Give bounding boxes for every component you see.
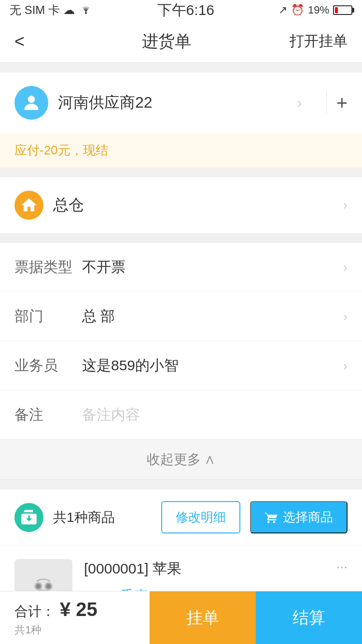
checkout-button[interactable]: 结算 xyxy=(256,591,362,644)
salesperson-chevron-icon: › xyxy=(343,358,348,374)
hang-button[interactable]: 挂单 xyxy=(150,591,256,644)
products-header: 共1种商品 修改明细 选择商品 xyxy=(0,490,362,545)
salesperson-label: 业务员 xyxy=(14,356,82,376)
product-name: [0000001] 苹果 xyxy=(84,559,325,579)
remark-label: 备注 xyxy=(14,405,82,425)
cart-icon xyxy=(265,511,278,524)
supplier-row[interactable]: 河南供应商22 › + xyxy=(0,72,362,133)
warehouse-section: 总仓 › xyxy=(0,177,362,233)
status-bar: 无 SIM 卡 ☁ 下午6:16 ↗ ⏰ 19% xyxy=(0,0,362,20)
back-button[interactable]: < xyxy=(14,31,43,52)
warehouse-chevron-icon: › xyxy=(343,197,348,213)
gap-1 xyxy=(0,63,362,72)
supplier-avatar xyxy=(14,86,48,120)
nav-bar: < 进货单 打开挂单 xyxy=(0,20,362,63)
page-title: 进货单 xyxy=(142,30,191,53)
sim-text: 无 SIM 卡 ☁ xyxy=(10,2,75,18)
select-product-label: 选择商品 xyxy=(283,509,333,526)
salesperson-row[interactable]: 业务员 这是859的小智 › xyxy=(0,341,362,391)
warehouse-icon xyxy=(14,191,43,220)
gap-4 xyxy=(0,480,362,490)
edit-detail-button[interactable]: 修改明细 xyxy=(161,501,240,533)
gap-3 xyxy=(0,233,362,243)
salesperson-value: 这是859的小智 xyxy=(82,356,343,376)
department-label: 部门 xyxy=(14,307,82,326)
department-row[interactable]: 部门 总 部 › xyxy=(0,292,362,341)
total-section: 合计： ¥ 25 共1种 xyxy=(0,599,150,637)
add-supplier-button[interactable]: + xyxy=(336,92,348,114)
bottom-bar: 合计： ¥ 25 共1种 挂单 结算 xyxy=(0,591,362,644)
products-icon xyxy=(14,503,43,532)
svg-point-5 xyxy=(46,584,51,589)
invoice-row[interactable]: 票据类型 不开票 › xyxy=(0,243,362,292)
time-display: 下午6:16 xyxy=(157,0,214,20)
warehouse-name: 总仓 xyxy=(53,195,343,216)
form-section: 票据类型 不开票 › 部门 总 部 › 业务员 这是859的小智 › 备注 备注… xyxy=(0,243,362,439)
total-amount: ¥ 25 xyxy=(60,599,97,620)
notice-bar: 应付-20元，现结 xyxy=(0,133,362,168)
battery-percentage: 19% xyxy=(308,4,329,16)
remark-row[interactable]: 备注 备注内容 xyxy=(0,391,362,439)
alarm-icon: ⏰ xyxy=(291,4,304,16)
supplier-section: 河南供应商22 › + 应付-20元，现结 xyxy=(0,72,362,168)
status-bar-right: ↗ ⏰ 19% xyxy=(278,4,352,16)
supplier-name: 河南供应商22 xyxy=(58,92,297,113)
svg-point-0 xyxy=(85,12,87,14)
svg-point-1 xyxy=(28,96,35,103)
department-chevron-icon: › xyxy=(343,309,348,324)
battery-icon xyxy=(333,5,352,15)
total-text: 合计： xyxy=(14,602,55,621)
svg-point-4 xyxy=(36,584,41,589)
invoice-label: 票据类型 xyxy=(14,257,82,277)
invoice-value: 不开票 xyxy=(82,257,343,277)
department-value: 总 部 xyxy=(82,307,343,326)
select-product-button[interactable]: 选择商品 xyxy=(250,501,348,533)
open-hang-button[interactable]: 打开挂单 xyxy=(290,31,348,51)
total-label: 合计： ¥ 25 xyxy=(14,599,135,621)
total-count: 共1种 xyxy=(14,623,135,637)
products-count: 共1种商品 xyxy=(53,508,152,527)
divider xyxy=(326,91,327,115)
wifi-icon xyxy=(79,3,93,17)
remark-input[interactable]: 备注内容 xyxy=(82,405,348,425)
gap-2 xyxy=(0,168,362,177)
warehouse-row[interactable]: 总仓 › xyxy=(0,177,362,233)
supplier-chevron-icon: › xyxy=(297,95,302,111)
collapse-bar[interactable]: 收起更多 ∧ xyxy=(0,439,362,480)
main-content: 河南供应商22 › + 应付-20元，现结 总仓 › 票据类型 不开票 › xyxy=(0,63,362,644)
status-bar-left: 无 SIM 卡 ☁ xyxy=(10,2,93,18)
invoice-chevron-icon: › xyxy=(343,260,348,275)
location-icon: ↗ xyxy=(278,4,287,16)
product-more-button[interactable]: ··· xyxy=(336,559,348,574)
